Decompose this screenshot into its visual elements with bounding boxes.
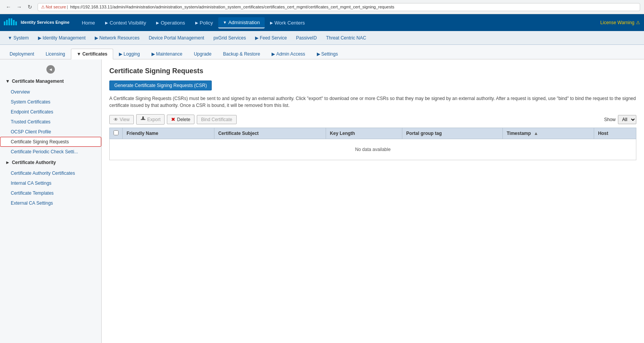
tab-upgrade[interactable]: Upgrade xyxy=(188,49,217,59)
bind-certificate-button[interactable]: Bind Certificate xyxy=(197,115,236,124)
sidebar-item-certificate-periodic-check[interactable]: Certificate Periodic Check Setti... xyxy=(0,147,101,157)
view-icon: 👁 xyxy=(114,117,118,122)
sidebar-collapse-button[interactable]: ◄ xyxy=(46,65,55,74)
warning-icon: ⚠ xyxy=(41,5,45,10)
sidebar-item-certificate-signing-requests[interactable]: Certificate Signing Requests xyxy=(0,137,101,147)
svg-rect-0 xyxy=(4,21,5,25)
tab-backup-restore[interactable]: Backup & Restore xyxy=(217,49,266,59)
svg-rect-4 xyxy=(13,20,15,25)
arrow-icon: ▶ xyxy=(119,51,122,57)
nav-feed-service[interactable]: ▶ Feed Service xyxy=(251,34,291,42)
sidebar-item-system-certificates[interactable]: System Certificates xyxy=(0,97,101,107)
sidebar-section-certificate-authority[interactable]: ► Certificate Authority xyxy=(0,157,101,168)
arrow-icon: ▼ xyxy=(223,20,227,25)
svg-rect-1 xyxy=(6,20,8,25)
nav-home[interactable]: Home xyxy=(77,18,100,28)
data-table: Friendly Name Certificate Subject Key Le… xyxy=(109,128,636,160)
tab-certificates[interactable]: ▼ Certificates xyxy=(71,49,113,59)
table-no-data-row: No data available xyxy=(110,139,636,160)
nav-pxgrid-services[interactable]: pxGrid Services xyxy=(209,34,250,42)
sidebar-item-endpoint-certificates[interactable]: Endpoint Certificates xyxy=(0,107,101,117)
nav-context-visibility[interactable]: ▶ Context Visibility xyxy=(100,18,151,28)
tab-licensing[interactable]: Licensing xyxy=(40,49,71,59)
sidebar-item-ca-certificates[interactable]: Certificate Authority Certificates xyxy=(0,168,101,178)
top-nav: Identity Services Engine Home ▶ Context … xyxy=(0,14,644,31)
delete-button[interactable]: ✖ Delete xyxy=(167,115,194,124)
top-nav-items: Home ▶ Context Visibility ▶ Operations ▶… xyxy=(77,17,600,28)
arrow-icon: ▶ xyxy=(105,21,108,25)
sidebar-item-trusted-certificates[interactable]: Trusted Certificates xyxy=(0,117,101,127)
sidebar-section-certificate-management[interactable]: ▼ Certificate Management xyxy=(0,75,101,87)
arrow-icon: ▶ xyxy=(156,21,159,25)
show-select[interactable]: All xyxy=(618,115,636,124)
column-checkbox xyxy=(110,128,123,139)
third-nav: Deployment Licensing ▼ Certificates ▶ Lo… xyxy=(0,45,644,59)
nav-device-portal-management[interactable]: Device Portal Management xyxy=(145,34,208,42)
tab-deployment[interactable]: Deployment xyxy=(4,49,40,59)
brand-name: Identity Services Engine xyxy=(21,20,69,25)
sidebar-item-overview[interactable]: Overview xyxy=(0,87,101,97)
export-button[interactable]: Export xyxy=(136,114,165,125)
svg-rect-2 xyxy=(8,18,10,25)
section-arrow-icon: ▼ xyxy=(5,79,10,84)
nav-policy[interactable]: ▶ Policy xyxy=(191,18,218,28)
nav-administration[interactable]: ▼ Administration xyxy=(218,17,264,28)
select-all-checkbox[interactable] xyxy=(114,130,119,135)
table-header-row: Friendly Name Certificate Subject Key Le… xyxy=(110,128,636,139)
back-button[interactable]: ← xyxy=(4,2,13,11)
cisco-icon xyxy=(4,18,18,27)
browser-bar: ← → ↻ ⚠ Not secure | https://192.168.133… xyxy=(0,0,644,14)
column-certificate-subject[interactable]: Certificate Subject xyxy=(214,128,326,139)
tab-admin-access[interactable]: ▶ Admin Access xyxy=(266,49,311,59)
tab-settings[interactable]: ▶ Settings xyxy=(311,49,344,59)
column-friendly-name[interactable]: Friendly Name xyxy=(123,128,214,139)
arrow-icon: ▼ xyxy=(8,35,12,41)
sidebar-item-external-ca-settings[interactable]: External CA Settings xyxy=(0,198,101,208)
sidebar-item-ocsp-client-profile[interactable]: OCSP Client Profile xyxy=(0,127,101,137)
nav-system[interactable]: ▼ System xyxy=(4,34,33,42)
not-secure-indicator: ⚠ Not secure | xyxy=(41,5,68,10)
sidebar: ◄ ▼ Certificate Management Overview Syst… xyxy=(0,59,102,343)
browser-nav: ← → ↻ xyxy=(4,2,35,11)
tab-maintenance[interactable]: ▶ Maintenance xyxy=(146,49,188,59)
forward-button[interactable]: → xyxy=(15,2,24,11)
column-timestamp[interactable]: Timestamp ▲ xyxy=(502,128,594,139)
second-nav: ▼ System ▶ Identity Management ▶ Network… xyxy=(0,31,644,45)
arrow-icon: ▶ xyxy=(95,35,98,41)
column-host[interactable]: Host xyxy=(594,128,636,139)
arrow-icon: ▶ xyxy=(195,21,198,25)
tab-logging[interactable]: ▶ Logging xyxy=(113,49,146,59)
delete-icon: ✖ xyxy=(171,117,175,122)
toolbar: 👁 View Export ✖ Delete Bind Certificat xyxy=(109,114,636,125)
svg-rect-5 xyxy=(15,21,17,25)
sidebar-item-certificate-templates[interactable]: Certificate Templates xyxy=(0,188,101,198)
page-title: Certificate Signing Requests xyxy=(109,67,636,75)
column-key-length[interactable]: Key Length xyxy=(326,128,402,139)
generate-csr-button[interactable]: Generate Certificate Signing Requests (C… xyxy=(109,80,212,90)
address-bar[interactable]: ⚠ Not secure | https://192.168.133.11/ad… xyxy=(38,3,640,11)
export-icon xyxy=(140,116,146,123)
arrow-icon: ▼ xyxy=(77,51,81,57)
no-data-cell: No data available xyxy=(110,139,636,160)
nav-identity-management[interactable]: ▶ Identity Management xyxy=(34,34,89,42)
svg-rect-3 xyxy=(11,18,12,25)
license-warning[interactable]: License Warning ⚠ xyxy=(600,20,640,25)
nav-passiveid[interactable]: PassiveID xyxy=(292,34,321,42)
nav-network-resources[interactable]: ▶ Network Resources xyxy=(91,34,143,42)
nav-operations[interactable]: ▶ Operations xyxy=(152,18,190,28)
url-display: https://192.168.133.11/admin/#administra… xyxy=(70,5,394,9)
reload-button[interactable]: ↻ xyxy=(25,2,35,11)
column-portal-group-tag[interactable]: Portal group tag xyxy=(402,128,503,139)
csr-description: A Certificate Signing Requests (CSRs) mu… xyxy=(109,95,636,109)
table-body: No data available xyxy=(110,139,636,160)
arrow-icon: ▶ xyxy=(152,51,155,57)
license-warning-icon: ⚠ xyxy=(636,20,640,25)
nav-work-centers[interactable]: ▶ Work Centers xyxy=(265,18,310,28)
table-header: Friendly Name Certificate Subject Key Le… xyxy=(110,128,636,139)
sort-asc-icon: ▲ xyxy=(534,131,538,136)
sidebar-item-internal-ca-settings[interactable]: Internal CA Settings xyxy=(0,178,101,188)
show-label: Show xyxy=(604,117,616,122)
nav-threat-centric-nac[interactable]: Threat Centric NAC xyxy=(322,34,370,42)
main-layout: ◄ ▼ Certificate Management Overview Syst… xyxy=(0,59,644,343)
view-button[interactable]: 👁 View xyxy=(109,115,134,124)
